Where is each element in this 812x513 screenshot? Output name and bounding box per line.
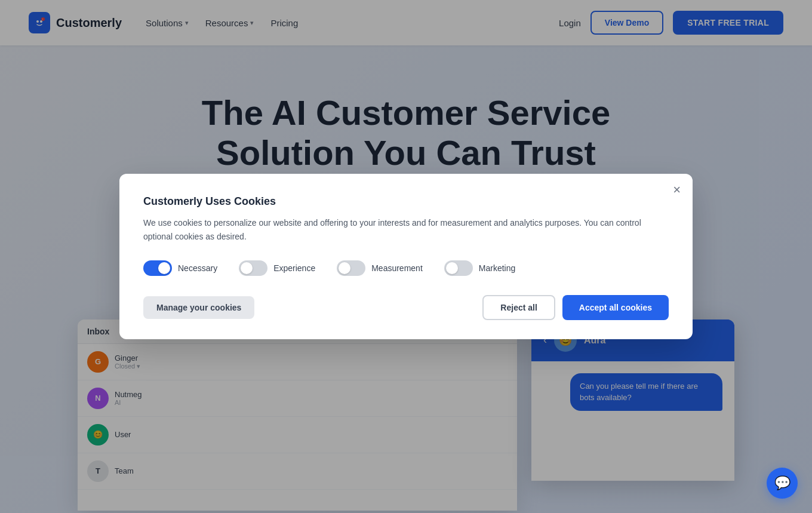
experience-label: Experience <box>273 263 315 273</box>
necessary-label: Necessary <box>178 263 217 273</box>
modal-close-button[interactable]: × <box>673 183 681 196</box>
toggle-knob <box>339 262 350 274</box>
modal-actions: Manage your cookies Reject all Accept al… <box>143 295 669 320</box>
cookie-modal-title: Customerly Uses Cookies <box>143 195 669 208</box>
reject-all-button[interactable]: Reject all <box>482 295 555 320</box>
toggle-marketing: Marketing <box>444 260 515 276</box>
toggle-knob <box>158 262 170 274</box>
experience-toggle[interactable] <box>239 260 267 276</box>
necessary-toggle[interactable] <box>143 260 172 276</box>
cookie-modal-description: We use cookies to personalize our websit… <box>143 216 669 244</box>
toggle-experience: Experience <box>239 260 315 276</box>
accept-cookies-button[interactable]: Accept all cookies <box>562 295 669 320</box>
cookie-modal: × Customerly Uses Cookies We use cookies… <box>119 174 693 339</box>
chat-float-button[interactable]: 💬 <box>767 468 798 499</box>
toggle-measurement: Measurement <box>337 260 423 276</box>
manage-cookies-button[interactable]: Manage your cookies <box>143 296 254 319</box>
cookie-action-buttons: Reject all Accept all cookies <box>482 295 669 320</box>
marketing-label: Marketing <box>479 263 515 273</box>
measurement-label: Measurement <box>371 263 423 273</box>
marketing-toggle[interactable] <box>444 260 473 276</box>
chat-float-icon: 💬 <box>774 475 791 491</box>
toggle-knob <box>446 262 458 274</box>
toggle-necessary: Necessary <box>143 260 217 276</box>
cookie-overlay: × Customerly Uses Cookies We use cookies… <box>0 0 812 513</box>
measurement-toggle[interactable] <box>337 260 365 276</box>
cookie-toggles: Necessary Experience Measurement <box>143 260 669 276</box>
toggle-knob <box>241 262 253 274</box>
